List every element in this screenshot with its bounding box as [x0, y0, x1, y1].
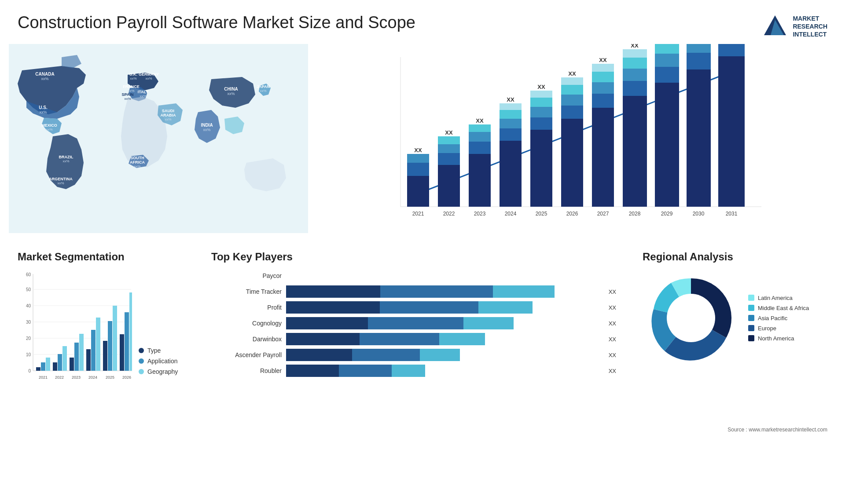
player-name-ascender: Ascender Payroll — [211, 351, 282, 358]
svg-rect-128 — [74, 343, 79, 371]
bar-chart-section: XX 2021 XX 2022 XX 2023 XX 2024 — [308, 44, 836, 242]
svg-text:FRANCE: FRANCE — [123, 84, 140, 89]
svg-text:xx%: xx% — [62, 159, 69, 163]
application-dot — [139, 358, 144, 364]
svg-rect-90 — [655, 83, 679, 207]
svg-text:INDIA: INDIA — [201, 123, 213, 128]
svg-text:U.K.: U.K. — [129, 72, 137, 77]
player-bar-paycor — [286, 270, 616, 282]
player-row-profit: Profit XX — [211, 301, 616, 314]
canada-label: CANADA — [35, 72, 54, 77]
svg-text:2028: 2028 — [629, 211, 641, 217]
svg-rect-39 — [407, 163, 429, 176]
svg-rect-131 — [86, 349, 91, 371]
svg-text:AFRICA: AFRICA — [130, 160, 145, 164]
legend-north-america: North America — [748, 335, 809, 342]
europe-color — [748, 325, 754, 331]
svg-text:XX: XX — [631, 44, 639, 49]
svg-rect-98 — [687, 44, 711, 53]
player-row-timetracker: Time Tracker XX — [211, 285, 616, 298]
legend-application: Application — [139, 358, 178, 365]
player-name-roubler: Roubler — [211, 367, 282, 374]
svg-text:2022: 2022 — [55, 375, 64, 380]
svg-rect-69 — [561, 119, 583, 207]
player-name-profit: Profit — [211, 304, 282, 311]
players-list: Paycor Time Tracker XX Profit — [211, 270, 616, 377]
player-name-darwinbox: Darwinbox — [211, 336, 282, 343]
svg-rect-120 — [41, 362, 45, 371]
svg-rect-78 — [592, 82, 614, 94]
svg-rect-135 — [103, 341, 107, 371]
legend-type: Type — [139, 347, 178, 354]
svg-text:XX: XX — [445, 129, 453, 136]
svg-text:XX: XX — [537, 84, 545, 90]
svg-rect-137 — [113, 306, 117, 371]
header: Construction Payroll Software Market Siz… — [0, 0, 845, 44]
svg-rect-85 — [623, 69, 647, 81]
svg-text:XX: XX — [414, 147, 422, 153]
svg-rect-50 — [469, 142, 491, 154]
svg-rect-136 — [108, 321, 112, 371]
svg-text:xx%: xx% — [41, 77, 48, 81]
svg-text:XX: XX — [476, 117, 484, 124]
svg-text:2031: 2031 — [726, 211, 738, 217]
svg-text:U.S.: U.S. — [39, 105, 48, 110]
svg-text:2023: 2023 — [474, 211, 486, 217]
page-title: Construction Payroll Software Market Siz… — [18, 13, 415, 32]
svg-rect-43 — [438, 165, 460, 207]
svg-text:30: 30 — [26, 320, 31, 325]
legend-asia-pacific: Asia Pacific — [748, 315, 809, 321]
svg-rect-139 — [120, 334, 124, 371]
svg-rect-123 — [53, 362, 57, 371]
svg-text:0: 0 — [28, 369, 31, 373]
svg-rect-121 — [46, 358, 50, 371]
regional-section: Regional Analysis — [643, 251, 827, 422]
player-value-cognology: XX — [609, 320, 616, 327]
svg-text:xx%: xx% — [134, 164, 140, 168]
svg-text:BRAZIL: BRAZIL — [59, 155, 73, 159]
bottom-row: Market Segmentation 0 10 20 30 40 50 60 — [0, 242, 845, 427]
svg-rect-58 — [500, 110, 522, 119]
svg-rect-83 — [623, 96, 647, 207]
svg-text:2021: 2021 — [412, 211, 424, 217]
north-america-color — [748, 335, 754, 341]
svg-text:xx%: xx% — [203, 128, 210, 132]
svg-rect-63 — [530, 117, 552, 130]
svg-text:60: 60 — [26, 272, 31, 277]
player-bar-timetracker — [286, 285, 602, 298]
svg-rect-52 — [469, 124, 491, 132]
svg-text:2024: 2024 — [88, 375, 97, 380]
svg-text:SAUDI: SAUDI — [162, 109, 174, 113]
svg-text:xx%: xx% — [227, 91, 235, 96]
svg-rect-46 — [438, 136, 460, 144]
svg-rect-62 — [530, 130, 552, 207]
svg-rect-93 — [655, 44, 679, 54]
player-value-ascender: XX — [609, 352, 616, 358]
world-map-section: CANADA xx% U.S. xx% MEXICO xx% BRAZIL xx… — [9, 44, 308, 242]
svg-rect-129 — [79, 334, 84, 371]
player-name-timetracker: Time Tracker — [211, 288, 282, 295]
player-value-darwinbox: XX — [609, 336, 616, 343]
svg-text:2027: 2027 — [597, 211, 609, 217]
segmentation-legend: Type Application Geography — [139, 347, 178, 375]
source-text: Source : www.marketresearchintellect.com — [0, 427, 845, 435]
legend-middle-east-africa: Middle East & Africa — [748, 305, 809, 311]
player-bar-profit — [286, 301, 602, 314]
svg-rect-66 — [530, 91, 552, 98]
player-bar-darwinbox — [286, 333, 602, 345]
svg-rect-97 — [687, 53, 711, 69]
svg-rect-77 — [592, 94, 614, 108]
svg-text:xx%: xx% — [130, 77, 136, 80]
svg-rect-92 — [655, 54, 679, 67]
logo-icon — [762, 13, 788, 40]
svg-text:ITALY: ITALY — [138, 90, 149, 94]
svg-rect-38 — [407, 176, 429, 207]
svg-rect-133 — [96, 318, 100, 371]
middle-east-africa-color — [748, 305, 754, 311]
segmentation-title: Market Segmentation — [18, 251, 185, 263]
svg-text:xx%: xx% — [145, 77, 152, 80]
logo: MARKET RESEARCH INTELLECT — [762, 13, 827, 40]
donut-legend: Latin America Middle East & Africa Asia … — [748, 295, 809, 342]
svg-rect-119 — [36, 367, 40, 371]
player-name-cognology: Cognology — [211, 320, 282, 327]
